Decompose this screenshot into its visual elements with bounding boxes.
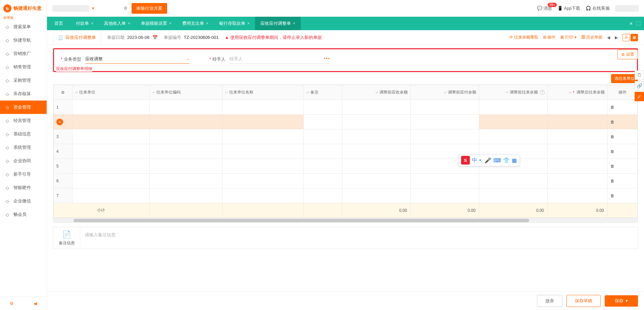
sidebar-item-vip[interactable]: ◇畅会员 [0, 208, 47, 221]
cell[interactable] [548, 100, 608, 115]
col-remark[interactable]: ▴▾备注 [303, 85, 342, 100]
calendar-icon[interactable]: 📅 [152, 35, 158, 40]
sidebar-item-cart[interactable]: ◇销售管理 [0, 60, 47, 74]
close-icon[interactable]: × [293, 21, 295, 26]
table-row[interactable]: 6🗑 [54, 174, 638, 188]
cell[interactable] [479, 174, 547, 188]
delete-row-icon[interactable]: 🗑 [607, 174, 637, 188]
col-unit[interactable]: ▴▾往来单位 [72, 85, 150, 100]
cell[interactable] [72, 159, 150, 174]
fullscreen-icon[interactable]: ⛶ [636, 21, 641, 26]
delete-row-icon[interactable]: 🗑 [607, 159, 637, 174]
ime-skin-icon[interactable]: 👕 [503, 157, 510, 164]
sidebar-item-money[interactable]: ◇资金管理 [0, 101, 47, 114]
customer-service-link[interactable]: 🎧 在线客服 [586, 5, 610, 11]
handler-picker-icon[interactable]: ••• [324, 56, 330, 62]
cell[interactable] [149, 188, 222, 203]
table-row[interactable]: 3🗑 [54, 129, 638, 144]
prev-doc-icon[interactable]: ◀ [607, 35, 610, 40]
cell[interactable] [72, 115, 150, 129]
list-view-icon[interactable]: ☰ [623, 34, 630, 41]
remark-input[interactable]: 请输入备注信息 [80, 227, 638, 249]
messages-link[interactable]: 💬 消息 [537, 5, 552, 11]
rail-note-icon[interactable]: 🗒 [635, 70, 644, 80]
cell[interactable] [222, 129, 303, 144]
cell[interactable] [548, 188, 608, 203]
sidebar-item-gift[interactable]: ◇营销推广 [0, 47, 47, 60]
sidebar-item-chart[interactable]: ◇经营管理 [0, 114, 47, 127]
cell[interactable] [410, 115, 479, 129]
ime-toolbar[interactable]: S 中 •, 🎤 ⌨ 👕 ▦ [458, 154, 520, 166]
close-all-tabs-icon[interactable]: ✕ [629, 21, 633, 26]
col-config[interactable]: ⚙ [54, 85, 72, 100]
cell[interactable] [410, 129, 479, 144]
table-row[interactable]: 4🗑 [54, 144, 638, 159]
tab-其他收入单[interactable]: 其他收入单× [99, 17, 136, 30]
sidebar-item-wx[interactable]: ◇企业微信 [0, 194, 47, 208]
help-icon[interactable]: ? [540, 90, 545, 95]
col-code[interactable]: ▴▾往来单位编码 [149, 85, 222, 100]
cell[interactable] [479, 188, 547, 203]
cell[interactable] [342, 129, 410, 144]
cell[interactable] [342, 159, 410, 174]
tab-费用支出单[interactable]: 费用支出单× [177, 17, 214, 30]
cell[interactable] [222, 144, 303, 159]
tenant-selector[interactable]: ▾ [52, 5, 119, 12]
ime-toolbox-icon[interactable]: ▦ [512, 157, 517, 164]
sidebar-item-guide[interactable]: ◇新手引导 [0, 168, 47, 181]
next-doc-icon[interactable]: ▶ [615, 35, 618, 40]
tab-银行存取款单[interactable]: 银行存取款单× [214, 17, 255, 30]
close-icon[interactable]: × [91, 21, 93, 26]
cell[interactable] [342, 188, 410, 203]
settings-button[interactable]: ⚙ 设置 [617, 50, 638, 59]
cell[interactable] [149, 129, 222, 144]
cell[interactable] [222, 100, 303, 115]
ime-keyboard-icon[interactable]: ⌨ [493, 157, 501, 164]
cell[interactable] [303, 115, 342, 129]
cell[interactable] [342, 144, 410, 159]
cell[interactable] [303, 100, 342, 115]
cell[interactable] [72, 174, 150, 188]
tab-首页[interactable]: 首页 [47, 17, 70, 30]
form-view-icon[interactable]: ▦ [631, 34, 638, 41]
delete-row-icon[interactable]: 🗑 [607, 144, 637, 159]
topbar-settings-icon[interactable]: ⚙ [123, 6, 128, 11]
cell[interactable] [303, 144, 342, 159]
cell[interactable] [72, 100, 150, 115]
cell[interactable] [342, 174, 410, 188]
cell[interactable] [303, 174, 342, 188]
history-link[interactable]: ☰ 历史单据 [581, 35, 602, 40]
table-row[interactable]: 5🗑 [54, 159, 638, 174]
cell[interactable] [479, 115, 547, 129]
cell[interactable] [149, 144, 222, 159]
pick-unit-button[interactable]: 选往来单位 [611, 74, 638, 83]
cell[interactable] [548, 159, 608, 174]
cell[interactable] [548, 144, 608, 159]
cell[interactable] [303, 129, 342, 144]
sidebar-item-hw[interactable]: ◇智能硬件 [0, 181, 47, 194]
close-icon[interactable]: × [206, 21, 208, 26]
col-pay[interactable]: ▴▾调整前应付余额 [410, 85, 479, 100]
col-bal[interactable]: ▴▾调整前往来余额? [479, 85, 547, 100]
print-link[interactable]: 🖶 打印 ▾ [560, 35, 577, 40]
sidebar-item-home[interactable]: ◇快捷导航 [0, 34, 47, 47]
rail-expand-icon[interactable]: ⤢ [635, 92, 644, 101]
tab-付款单[interactable]: 付款单× [70, 17, 99, 30]
cell[interactable] [479, 129, 547, 144]
cell[interactable] [72, 129, 150, 144]
cell[interactable] [410, 188, 479, 203]
cell[interactable] [222, 188, 303, 203]
cell[interactable] [479, 100, 547, 115]
doc-date-value[interactable]: 2023-06-06 [127, 35, 150, 40]
cell[interactable] [222, 115, 303, 129]
save-draft-button[interactable]: 保存草稿 [566, 295, 601, 307]
cell[interactable] [72, 144, 150, 159]
settings-icon[interactable]: ⚙ [10, 301, 14, 306]
cell[interactable] [342, 100, 410, 115]
sidebar-item-search[interactable]: ◇搜索菜单 [0, 20, 47, 34]
cell[interactable] [72, 188, 150, 203]
trial-button[interactable]: 体验行业方案 [132, 3, 167, 14]
table-row[interactable]: 7🗑 [54, 188, 638, 203]
recalc-balance-link[interactable]: ⟳ 往来余额重取 [509, 35, 538, 40]
cell[interactable] [410, 100, 479, 115]
